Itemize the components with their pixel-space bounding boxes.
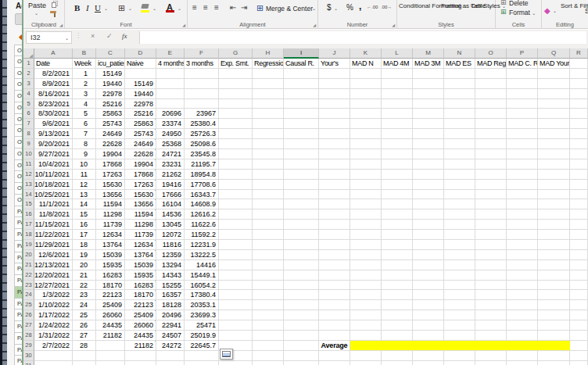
accounting-dropdown-icon[interactable]: ⌄ (334, 5, 338, 11)
cell-G3[interactable] (219, 79, 253, 89)
cell-J17[interactable] (319, 220, 350, 230)
cell-B2[interactable]: 1 (73, 69, 96, 79)
cell-L28[interactable] (382, 331, 413, 341)
cell-E13[interactable]: 19416 (156, 180, 185, 190)
cell-H29[interactable] (253, 341, 284, 351)
cell-Q12[interactable] (538, 170, 570, 180)
cell-P15[interactable] (507, 199, 538, 209)
cell-J2[interactable] (319, 69, 350, 79)
row-header-3[interactable]: 3 (23, 79, 34, 89)
cell-R8[interactable] (570, 129, 588, 139)
cell-N27[interactable] (444, 320, 475, 331)
cell-C29[interactable] (96, 341, 125, 351)
cell-E2[interactable] (156, 69, 185, 79)
cell-D29[interactable]: 21182 (125, 341, 156, 351)
cell-K24[interactable] (350, 290, 382, 300)
cell-H6[interactable] (253, 109, 284, 119)
row-header-27[interactable]: 27 (23, 320, 34, 331)
cell-O17[interactable] (475, 220, 507, 230)
row-header-26[interactable]: 26 (23, 310, 34, 320)
cell-E25[interactable]: 18128 (156, 300, 185, 310)
cell-E20[interactable]: 12359 (156, 250, 185, 260)
cell-C22[interactable]: 16283 (96, 270, 125, 281)
cell-Q21[interactable] (538, 260, 570, 270)
cell-G11[interactable] (219, 159, 253, 170)
cell-F25[interactable]: 20353.1 (185, 300, 219, 310)
cell-K23[interactable] (350, 281, 382, 291)
cell-L16[interactable] (382, 209, 413, 220)
cell-J5[interactable] (319, 99, 350, 109)
cell-B22[interactable]: 21 (73, 270, 96, 281)
column-header-D[interactable]: D (125, 48, 156, 59)
cell-K14[interactable] (350, 190, 382, 200)
cell-A15[interactable]: 11/1/2021 (34, 199, 73, 209)
cell-D20[interactable]: 13764 (125, 250, 156, 260)
cell-C31[interactable] (96, 361, 125, 365)
cell-B13[interactable]: 12 (73, 180, 96, 190)
cell-O31[interactable] (475, 361, 507, 365)
cell-J8[interactable] (319, 129, 350, 139)
select-button-fragment[interactable]: S (585, 7, 588, 15)
cell-E15[interactable]: 16104 (156, 199, 185, 209)
name-box-dropdown-icon[interactable]: ⌄ (65, 33, 69, 44)
cell-I4[interactable] (284, 89, 319, 99)
cell-A2[interactable]: 8/2/2021 (34, 69, 73, 79)
cell-Q31[interactable] (538, 361, 570, 365)
fill-color-dropdown-icon[interactable]: ⌄ (152, 5, 156, 11)
cell-F30[interactable] (185, 351, 219, 361)
cell-I22[interactable] (284, 270, 319, 281)
cell-F5[interactable] (185, 99, 219, 109)
enter-icon[interactable]: ✓ (106, 32, 113, 40)
cell-Q24[interactable] (538, 290, 570, 300)
cell-G18[interactable] (219, 230, 253, 240)
cell-K11[interactable] (350, 159, 382, 170)
cell-K15[interactable] (350, 199, 382, 209)
cell-P4[interactable] (507, 89, 538, 99)
cell-M1[interactable]: MAD 3M (413, 59, 444, 69)
cell-O18[interactable] (475, 230, 507, 240)
cell-A27[interactable]: 1/24/2022 (34, 320, 73, 331)
format-as-table-button[interactable]: Format as Table ⌄ (441, 2, 469, 10)
cell-I19[interactable] (284, 240, 319, 250)
cell-H1[interactable]: Regression (253, 59, 284, 69)
row-header-28[interactable]: 28 (23, 331, 34, 341)
cell-H16[interactable] (253, 209, 284, 220)
cell-L12[interactable] (382, 170, 413, 180)
cell-Q26[interactable] (538, 310, 570, 320)
cell-N28[interactable] (444, 331, 475, 341)
cell-E26[interactable]: 20496 (156, 310, 185, 320)
cell-I20[interactable] (284, 250, 319, 260)
cell-R30[interactable] (570, 351, 588, 361)
row-header-23[interactable]: 23 (23, 281, 34, 291)
cell-O4[interactable] (475, 89, 507, 99)
cell-F17[interactable]: 11622.6 (185, 220, 219, 230)
cell-N22[interactable] (444, 270, 475, 281)
cell-O21[interactable] (475, 260, 507, 270)
cell-H4[interactable] (253, 89, 284, 99)
decrease-decimal-icon[interactable]: .00→ (381, 5, 392, 9)
cell-P1[interactable]: MAD C. Re (507, 59, 538, 69)
cell-R5[interactable] (570, 99, 588, 109)
cell-O26[interactable] (475, 310, 507, 320)
cell-J14[interactable] (319, 190, 350, 200)
cell-P22[interactable] (507, 270, 538, 281)
cell-B14[interactable]: 13 (73, 190, 96, 200)
cell-H9[interactable] (253, 139, 284, 149)
cell-B9[interactable]: 8 (73, 139, 96, 149)
cell-N10[interactable] (444, 149, 475, 159)
cell-D28[interactable]: 24435 (125, 331, 156, 341)
cell-O6[interactable] (475, 109, 507, 119)
cell-I3[interactable] (284, 79, 319, 89)
cell-O15[interactable] (475, 199, 507, 209)
cell-H14[interactable] (253, 190, 284, 200)
cell-C14[interactable]: 13656 (96, 190, 125, 200)
cell-B8[interactable]: 7 (73, 129, 96, 139)
cell-O27[interactable] (475, 320, 507, 331)
cell-G15[interactable] (219, 199, 253, 209)
cell-R15[interactable] (570, 199, 588, 209)
cell-O30[interactable] (475, 351, 507, 361)
cell-O14[interactable] (475, 190, 507, 200)
cell-H31[interactable] (253, 361, 284, 365)
cell-D14[interactable]: 15630 (125, 190, 156, 200)
cell-O28[interactable] (475, 331, 507, 341)
